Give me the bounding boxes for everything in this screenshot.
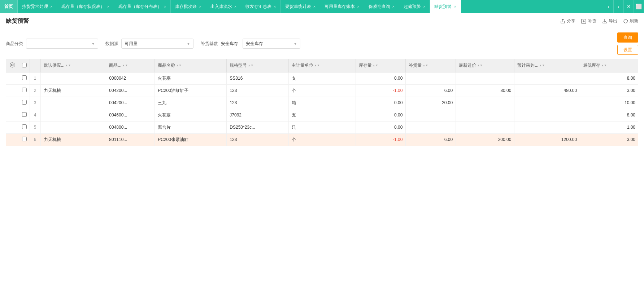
close-icon[interactable]: × — [357, 4, 359, 9]
row-min-stock: 8.00 — [580, 72, 638, 84]
tab-home[interactable]: 首页 — [0, 0, 18, 13]
datasource-select[interactable]: 可用量 ▼ — [121, 39, 193, 49]
refresh-label: 刷新 — [630, 18, 638, 24]
row-checkbox[interactable] — [22, 137, 27, 141]
row-unit: 个 — [289, 84, 356, 97]
row-checkbox[interactable] — [22, 112, 27, 117]
row-default-supplier — [40, 97, 106, 109]
tab-next-button[interactable]: › — [614, 0, 624, 13]
row-latest-price: 80.00 — [456, 84, 514, 97]
tab-overstock[interactable]: 超储预警 × — [399, 0, 430, 13]
tab-close-other-button[interactable]: ✕ — [624, 0, 634, 13]
sort-icon[interactable]: ▲▼ — [422, 64, 428, 67]
min-stock-column-header: 最低库存 ▲▼ — [580, 59, 638, 72]
tab-inout-flow[interactable]: 出入库流水 × — [206, 0, 241, 13]
sort-icon[interactable]: ▲▼ — [248, 64, 253, 67]
row-unit: 个 — [289, 133, 356, 146]
tab-batch-account[interactable]: 库存批次账 × — [171, 0, 206, 13]
tab-inventory-status[interactable]: 现存量（库存状况表） × — [57, 0, 114, 13]
row-product-code: 004200... — [106, 97, 155, 109]
sort-icon[interactable]: ▲▼ — [539, 64, 545, 67]
row-checkbox-cell — [19, 97, 30, 109]
unit-column-header: 主计量单位 ▲▼ — [289, 59, 356, 72]
query-button[interactable]: 查询 — [617, 32, 638, 43]
tab-shortage[interactable]: 缺货预警 × — [430, 0, 461, 13]
row-min-stock: 10.00 — [580, 97, 638, 109]
sort-icon[interactable]: ▲▼ — [314, 64, 320, 67]
replenish-basis-label: 补货基数 — [201, 41, 218, 47]
refresh-button[interactable]: 刷新 — [623, 18, 638, 24]
sort-icon[interactable]: ▲▼ — [176, 64, 182, 67]
row-gear-cell — [6, 84, 19, 97]
tab-order-stat[interactable]: 要货单统计表 × — [281, 0, 320, 13]
page-title: 缺货预警 — [6, 17, 560, 25]
row-product-name: 火花塞 — [155, 72, 227, 84]
tab-avail-ledger[interactable]: 可用量库存账本 × — [320, 0, 364, 13]
row-num-column-header — [30, 59, 40, 72]
row-checkbox[interactable] — [22, 124, 27, 129]
row-spec: 123 — [227, 84, 289, 97]
tab-label: 缺货预警 — [434, 4, 452, 10]
settings-button[interactable]: 设置 — [617, 45, 638, 55]
select-all-checkbox[interactable] — [22, 63, 27, 67]
tab-recv-summary[interactable]: 收发存汇总表 × — [241, 0, 280, 13]
close-icon[interactable]: × — [392, 4, 395, 9]
datasource-label: 数据源 — [105, 41, 118, 47]
row-replenish-qty — [406, 72, 456, 84]
row-latest-price — [456, 72, 514, 84]
category-select[interactable]: ▼ — [26, 39, 98, 49]
tab-prev-button[interactable]: ‹ — [604, 0, 614, 13]
export-label: 导出 — [609, 18, 617, 24]
close-icon[interactable]: × — [454, 4, 456, 9]
chevron-down-icon: ▼ — [187, 42, 190, 46]
table-body: 1 0000042 火花塞 SS816 支 0.00 8.00 2 力天机械 0… — [6, 72, 638, 146]
sort-icon[interactable]: ▲▼ — [601, 64, 607, 67]
row-spec: 123 — [227, 97, 289, 109]
tab-expiry-query[interactable]: 保质期查询 × — [364, 0, 399, 13]
close-icon[interactable]: × — [274, 4, 276, 9]
tab-inventory-dist[interactable]: 现存量（库存分布表） × — [114, 0, 171, 13]
row-checkbox[interactable] — [22, 100, 27, 105]
export-button[interactable]: 导出 — [602, 18, 617, 24]
row-checkbox[interactable] — [22, 75, 27, 80]
close-icon[interactable]: × — [107, 4, 109, 9]
settings-gear-icon[interactable] — [9, 62, 15, 68]
tab-navigation: ‹ › ✕ ⬜ — [604, 0, 644, 13]
table-row: 3 004200... 三九 123 箱 0.00 20.00 10.00 — [6, 97, 638, 109]
tab-defect-exception[interactable]: 拣货异常处理 × — [18, 0, 57, 13]
replenish-basis-value: 安全库存 — [221, 41, 238, 47]
share-button[interactable]: 分享 — [560, 18, 575, 24]
sort-icon[interactable]: ▲▼ — [65, 64, 71, 67]
row-stock: -1.00 — [356, 84, 406, 97]
chevron-down-icon: ▼ — [293, 42, 297, 46]
replenish-basis-select[interactable]: 安全库存 ▼ — [243, 39, 300, 49]
row-latest-price — [456, 121, 514, 133]
tab-maximize-button[interactable]: ⬜ — [634, 0, 644, 13]
row-product-code: 801110... — [106, 133, 155, 146]
close-icon[interactable]: × — [199, 4, 201, 9]
row-spec: SS816 — [227, 72, 289, 84]
replenish-label: 补货 — [588, 18, 596, 24]
row-checkbox[interactable] — [22, 88, 27, 92]
row-gear-cell — [6, 133, 19, 146]
replenish-button[interactable]: 补货 — [581, 18, 596, 24]
row-checkbox-cell — [19, 84, 30, 97]
close-icon[interactable]: × — [313, 4, 316, 9]
row-product-name: PC200张紧油缸 — [155, 133, 227, 146]
close-icon[interactable]: × — [423, 4, 425, 9]
close-icon[interactable]: × — [50, 4, 52, 9]
row-spec: 123 — [227, 133, 289, 146]
row-product-code: 0000042 — [106, 72, 155, 84]
close-icon[interactable]: × — [164, 4, 166, 9]
close-icon[interactable]: × — [234, 4, 236, 9]
row-gear-cell — [6, 121, 19, 133]
sort-icon[interactable]: ▲▼ — [477, 64, 483, 67]
export-icon — [602, 19, 607, 24]
row-default-supplier — [40, 72, 106, 84]
sort-icon[interactable]: ▲▼ — [373, 64, 378, 67]
row-default-supplier — [40, 121, 106, 133]
datasource-filter-group: 数据源 可用量 ▼ — [105, 39, 193, 49]
main-content: 缺货预警 分享 补货 导出 — [0, 13, 644, 287]
row-gear-cell — [6, 72, 19, 84]
sort-icon[interactable]: ▲▼ — [122, 64, 128, 67]
